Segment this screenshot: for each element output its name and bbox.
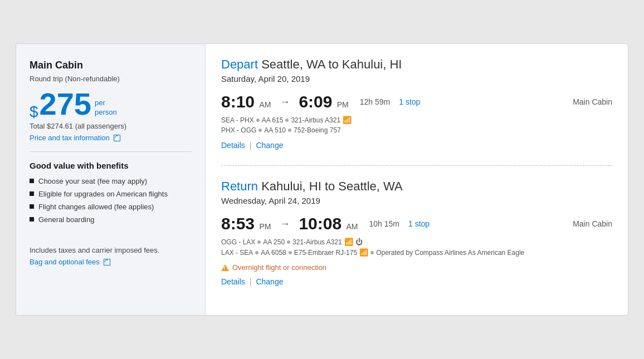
return-date: Wednesday, April 24, 2019 bbox=[221, 196, 612, 205]
return-change-link[interactable]: Change bbox=[256, 277, 283, 286]
separator bbox=[257, 240, 261, 244]
depart-stops-link[interactable]: 1 stop bbox=[399, 97, 420, 106]
depart-date: Saturday, April 20, 2019 bbox=[221, 74, 612, 83]
return-arrive-period: AM bbox=[346, 222, 358, 231]
sidebar: Main Cabin Round trip (Non-refundable) $… bbox=[16, 44, 206, 315]
return-action-links: Details | Change bbox=[221, 277, 612, 286]
arrive-period: PM bbox=[337, 100, 349, 109]
return-section: Return Kahului, HI to Seattle, WA Wednes… bbox=[221, 165, 612, 286]
price-dollar-sign: $ bbox=[30, 104, 38, 120]
depart-action-links: Details | Change bbox=[221, 141, 612, 150]
arrow-icon: → bbox=[280, 96, 290, 108]
depart-times-row: 8:10 AM → 6:09 PM 12h 59m 1 stop Main Ca… bbox=[221, 92, 612, 111]
bullet-icon bbox=[30, 204, 34, 209]
return-arrive-time: 10:08 AM bbox=[299, 214, 358, 233]
separator bbox=[370, 251, 374, 254]
price-row: $ 275 perperson bbox=[30, 88, 192, 120]
bag-fees-link[interactable]: Bag and optional fees bbox=[30, 258, 110, 266]
benefit-2: Eligible for upgrades on American flight… bbox=[30, 190, 192, 198]
return-depart-period: PM bbox=[259, 222, 271, 231]
return-leg-2: LAX - SEA AA 6058 E75-Embraer RJ-175 📶 O… bbox=[221, 248, 612, 257]
overnight-warning: Overnight flight or connection bbox=[221, 263, 612, 272]
return-stops-link[interactable]: 1 stop bbox=[408, 219, 430, 228]
bullet-icon bbox=[30, 217, 34, 222]
depart-duration: 12h 59m bbox=[360, 97, 390, 106]
separator bbox=[285, 119, 289, 122]
return-leg-1: OGG - LAX AA 250 321-Airbus A321 📶 ⏻ bbox=[221, 238, 612, 246]
external-link-icon bbox=[104, 259, 110, 265]
bullet-icon bbox=[30, 179, 34, 183]
depart-details-link[interactable]: Details bbox=[221, 141, 245, 150]
sidebar-footer: Includes taxes and carrier imposed fees.… bbox=[30, 246, 192, 267]
return-route: Kahului, HI to Seattle, WA bbox=[261, 179, 403, 193]
depart-change-link[interactable]: Change bbox=[256, 141, 283, 150]
separator bbox=[255, 251, 258, 254]
separator bbox=[256, 119, 260, 122]
depart-cabin-label: Main Cabin bbox=[573, 97, 612, 106]
price-per-person: perperson bbox=[95, 99, 117, 117]
benefit-1: Choose your seat (fee may apply) bbox=[30, 177, 192, 185]
depart-legs: SEA - PHX AA 615 321-Airbus A321 📶 PHX -… bbox=[221, 116, 612, 134]
benefits-title: Good value with benefits bbox=[30, 161, 192, 170]
flight-card: Main Cabin Round trip (Non-refundable) $… bbox=[16, 43, 628, 316]
benefit-4: General boarding bbox=[30, 215, 192, 224]
trip-type: Round trip (Non-refundable) bbox=[30, 75, 192, 83]
link-separator: | bbox=[250, 277, 252, 286]
depart-route-title: Depart Seattle, WA to Kahului, HI bbox=[221, 57, 612, 72]
bullet-icon bbox=[30, 191, 34, 196]
price-tax-link[interactable]: Price and tax information bbox=[30, 134, 120, 142]
price-amount: 275 bbox=[40, 88, 91, 120]
depart-time: 8:10 AM bbox=[221, 92, 271, 111]
return-legs: OGG - LAX AA 250 321-Airbus A321 📶 ⏻ LAX… bbox=[221, 238, 612, 257]
benefit-3: Flight changes allowed (fee applies) bbox=[30, 203, 192, 211]
warning-icon bbox=[221, 264, 229, 271]
return-depart-time: 8:53 PM bbox=[221, 214, 271, 233]
cabin-title: Main Cabin bbox=[30, 60, 192, 71]
return-route-title: Return Kahului, HI to Seattle, WA bbox=[221, 179, 612, 194]
return-cabin-label: Main Cabin bbox=[573, 219, 612, 228]
separator bbox=[288, 129, 291, 132]
link-separator: | bbox=[250, 141, 252, 150]
depart-route: Seattle, WA to Kahului, HI bbox=[261, 57, 402, 71]
depart-period: AM bbox=[259, 100, 271, 109]
arrive-time: 6:09 PM bbox=[299, 92, 348, 111]
power-icon: ⏻ bbox=[355, 238, 363, 246]
benefits-list: Choose your seat (fee may apply) Eligibl… bbox=[30, 177, 192, 224]
footer-text: Includes taxes and carrier imposed fees. bbox=[30, 246, 192, 254]
depart-leg-2: PHX - OGG AA 510 752-Boeing 757 bbox=[221, 126, 612, 134]
depart-word: Depart bbox=[221, 57, 258, 71]
return-times-row: 8:53 PM → 10:08 AM 10h 15m 1 stop Main C… bbox=[221, 214, 612, 233]
return-word: Return bbox=[221, 179, 258, 193]
depart-section: Depart Seattle, WA to Kahului, HI Saturd… bbox=[221, 57, 612, 150]
sidebar-divider bbox=[30, 151, 192, 152]
separator bbox=[289, 251, 292, 254]
depart-leg-1: SEA - PHX AA 615 321-Airbus A321 📶 bbox=[221, 116, 612, 124]
external-link-icon bbox=[114, 135, 120, 141]
wifi-icon: 📶 bbox=[343, 116, 352, 124]
separator bbox=[258, 129, 262, 132]
wifi-icon: 📶 bbox=[359, 248, 368, 257]
return-duration: 10h 15m bbox=[369, 219, 399, 228]
arrow-icon: → bbox=[280, 218, 290, 230]
main-content: Depart Seattle, WA to Kahului, HI Saturd… bbox=[206, 44, 628, 315]
wifi-icon: 📶 bbox=[344, 238, 353, 246]
separator bbox=[287, 240, 290, 244]
price-total: Total $274.61 (all passengers) bbox=[30, 122, 192, 130]
return-details-link[interactable]: Details bbox=[221, 277, 245, 286]
